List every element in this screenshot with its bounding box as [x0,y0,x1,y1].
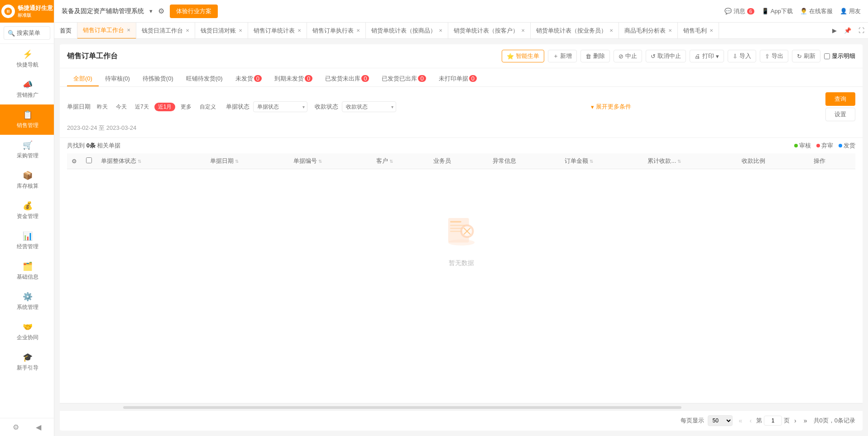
sub-tab-shipped-warehoused[interactable]: 已发货已出库0 [375,72,432,86]
tab-sales-summary-customer[interactable]: 销货单统计表（按客户） ✕ [448,23,531,39]
sidebar-item-operations[interactable]: 📊 经营管理 [0,226,54,256]
tab-home[interactable]: 首页 [54,23,77,39]
sub-tab-wangpu[interactable]: 旺铺待发货(0) [180,72,229,86]
prev-page-btn[interactable]: ‹ [747,416,754,426]
expand-conditions-btn[interactable]: ▾ 展开更多条件 [591,103,631,111]
sidebar-item-system[interactable]: ⚙️ 系统管理 [0,286,54,317]
tab-sales-stat[interactable]: 销售订单统计表 ✕ [248,23,307,39]
tab-close-cash-daily[interactable]: ✕ [186,28,189,33]
yesterday-btn[interactable]: 昨天 [94,102,110,112]
custom-date-btn[interactable]: 自定义 [197,102,219,112]
sidebar-item-purchase[interactable]: 🛒 采购管理 [0,135,54,165]
query-btn[interactable]: 查询 [825,92,855,106]
export-btn[interactable]: ⇧ 导出 [760,50,788,62]
tab-fullscreen-btn[interactable]: ⛶ [855,27,868,34]
th-operation: 操作 [809,153,855,169]
filter-setting-btn[interactable]: 设置 [825,108,855,121]
tab-sales-summary-product[interactable]: 销货单统计表（按商品） ✕ [366,23,448,39]
search-menu-button[interactable]: 🔍 搜索菜单 [4,26,50,40]
tab-close-gross-margin[interactable]: ✕ [668,28,672,33]
show-detail-checkbox[interactable] [824,53,830,59]
tab-sales-summary-staff[interactable]: 销货单统计表（按业务员） ✕ [531,23,619,39]
gear-button[interactable]: ⚙ [158,7,164,15]
tab-close-sales-workbench[interactable]: ✕ [127,28,130,33]
online-service-btn[interactable]: 👨‍💼 在线客服 [800,7,833,15]
import-btn[interactable]: ⇩ 导入 [728,50,756,62]
select-all-checkbox[interactable] [86,157,92,163]
tab-close-sales-summary-staff[interactable]: ✕ [609,28,613,33]
sub-tab-not-printed[interactable]: 未打印单据0 [432,72,483,86]
number-sort-icon[interactable]: ⇅ [318,159,322,164]
sub-tab-all[interactable]: 全部(0) [67,72,99,86]
sidebar-item-finance[interactable]: 💰 资金管理 [0,195,54,226]
plus-icon: ＋ [553,52,559,59]
last-page-btn[interactable]: » [801,416,810,426]
tab-cash-reconcile[interactable]: 钱货日清对账 ✕ [195,23,248,39]
tab-sales-workbench[interactable]: 销售订单工作台 ✕ [77,23,136,39]
review-action-btn[interactable]: 审核 [794,142,811,150]
show-detail-label[interactable]: 显示明细 [824,52,855,60]
system-dropdown[interactable]: ▾ [149,8,153,14]
work-actions: ⭐ 智能生单 ＋ 新增 🗑 删除 ⊘ 中止 [502,50,855,62]
page-input[interactable] [764,416,782,426]
next-page-btn[interactable]: › [791,416,799,426]
tab-unpin-btn[interactable]: 📌 [840,27,855,34]
tab-sales-exec[interactable]: 销售订单执行表 ✕ [307,23,366,39]
tab-gross-margin[interactable]: 商品毛利分析表 ✕ [619,23,678,39]
delete-btn[interactable]: 🗑 删除 [580,50,610,62]
status-select[interactable]: 单据状态 [253,101,307,112]
amount-sort-icon[interactable]: ⇅ [590,159,593,164]
tab-more-btn[interactable]: ▶ [829,27,840,34]
smart-generate-btn[interactable]: ⭐ 智能生单 [502,50,544,62]
first-page-btn[interactable]: « [736,416,745,426]
sidebar-item-guide[interactable]: 🎓 新手引导 [0,347,54,377]
message-btn[interactable]: 💬 消息 6 [724,7,754,15]
app-download-btn[interactable]: 📱 App下载 [762,7,793,15]
page-size-select[interactable]: 50 10 20 100 [708,415,733,426]
sidebar-item-marketing[interactable]: 📣 营销推广 [0,74,54,104]
scroll-area[interactable] [60,403,863,410]
print-btn[interactable]: 🖨 打印 ▾ [690,50,724,62]
status-sort-icon[interactable]: ⇅ [138,159,141,164]
sidebar-item-inventory[interactable]: 📦 库存核算 [0,165,54,195]
th-status: 单据整体状态 ⇅ [96,153,206,169]
tab-cash-daily[interactable]: 钱货日清工作台 ✕ [136,23,195,39]
sub-tab-not-shipped[interactable]: 未发货0 [229,72,268,86]
th-ratio: 收款比例 [737,153,809,169]
tab-close-sales-stat[interactable]: ✕ [297,28,301,33]
new-btn[interactable]: ＋ 新增 [548,50,577,62]
tab-sales-profit[interactable]: 销售毛利 ✕ [678,23,719,39]
date-sort-icon[interactable]: ⇅ [235,159,239,164]
customer-sort-icon[interactable]: ⇅ [389,159,393,164]
more-date-btn[interactable]: 更多 [178,102,194,112]
table-head: ⚙ 单据整体状态 ⇅ [67,153,855,169]
sub-tab-shipped-not-warehoused[interactable]: 已发货未出库0 [319,72,375,86]
sub-tab-pending-review[interactable]: 待审核(0) [99,72,136,86]
tab-close-sales-exec[interactable]: ✕ [356,28,360,33]
settings-bottom-btn[interactable]: ⚙ [13,423,19,431]
cancel-review-action-btn[interactable]: 弃审 [816,142,833,150]
sidebar-item-quicknav[interactable]: ⚡ 快捷导航 [0,44,54,74]
sub-tab-overdue-not-shipped[interactable]: 到期未发货0 [268,72,319,86]
industry-btn[interactable]: 体验行业方案 [170,5,218,18]
ship-action-btn[interactable]: 发货 [839,142,855,150]
last1month-btn[interactable]: 近1月 [154,103,176,111]
stop-btn[interactable]: ⊘ 中止 [614,50,642,62]
tab-close-cash-reconcile[interactable]: ✕ [239,28,242,33]
today-btn[interactable]: 今天 [113,102,129,112]
last7days-btn[interactable]: 近7天 [132,102,152,112]
tab-close-sales-profit[interactable]: ✕ [710,28,713,33]
sidebar-item-sales[interactable]: 📋 销售管理 [0,104,54,135]
received-sort-icon[interactable]: ⇅ [677,159,681,164]
sidebar-item-enterprise[interactable]: 🤝 企业协同 [0,317,54,347]
tab-close-sales-summary-product[interactable]: ✕ [439,28,442,33]
sub-tab-pending-check[interactable]: 待拣验货(0) [136,72,180,86]
tab-close-sales-summary-customer[interactable]: ✕ [521,28,525,33]
collapse-btn[interactable]: ◀ [36,423,41,431]
payment-select[interactable]: 收款状态 [342,101,396,112]
user-btn[interactable]: 👤 用友 [840,7,861,15]
refresh-btn[interactable]: ↻ 刷新 [792,50,820,62]
config-icon[interactable]: ⚙ [72,158,77,165]
sidebar-item-basic[interactable]: 🗂️ 基础信息 [0,256,54,286]
cancel-stop-btn[interactable]: ↺ 取消中止 [646,50,686,62]
